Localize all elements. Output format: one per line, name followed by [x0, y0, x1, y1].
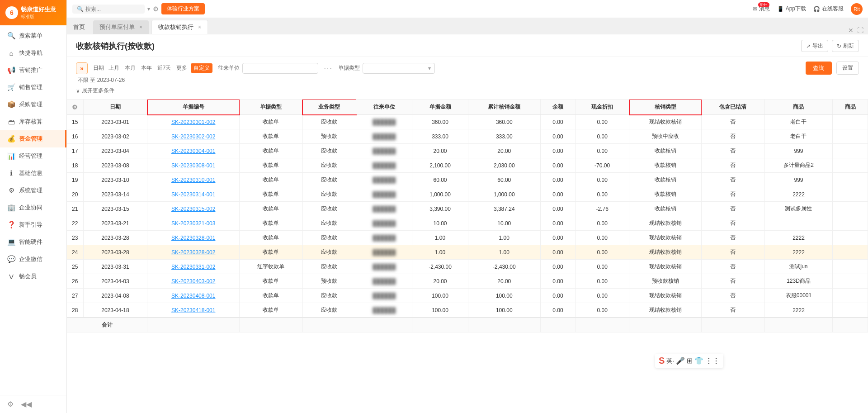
table-settings-icon[interactable]: ⚙	[72, 104, 78, 111]
cell-included: 否	[702, 173, 764, 187]
tab-prepay-close[interactable]: ×	[139, 24, 142, 30]
cell-doc-type: 收款单	[240, 289, 302, 303]
sidebar-item-search[interactable]: 🔍 搜索菜单	[0, 27, 66, 44]
cell-doc-type: 收款单	[240, 115, 302, 129]
sidebar-item-finance[interactable]: 💰 资金管理	[0, 130, 66, 147]
cell-discount: 0.00	[576, 289, 629, 303]
main-content: 🔍 ▾ ⚙ 体验行业方案 ✉ 消息 99+ 📱 App下载 🎧 在线客服 Rit	[67, 0, 868, 413]
doc-no-link[interactable]: SK-20230310-001	[171, 177, 215, 183]
sidebar-item-hardware[interactable]: 💻 智能硬件	[0, 233, 66, 251]
tab-writeoff-close[interactable]: ×	[198, 24, 201, 30]
cell-writeoff-type: 现结收款核销	[629, 303, 702, 318]
cell-no: 23	[67, 231, 83, 245]
collapse-icon[interactable]: ◀◀	[21, 400, 32, 408]
tab-home[interactable]: 首页	[67, 20, 91, 34]
sidebar-item-marketing[interactable]: 📢 营销推广	[0, 62, 66, 79]
cell-date: 2023-03-01	[83, 115, 147, 129]
cell-balance: 0.00	[540, 274, 575, 289]
doc-no-link[interactable]: SK-20230304-001	[171, 148, 215, 154]
sidebar-item-guide[interactable]: ❓ 新手引导	[0, 216, 66, 233]
table-row: 28 2023-04-18 SK-20230418-001 收款单 应收款 ██…	[67, 303, 868, 318]
export-button[interactable]: ↗ 导出	[801, 40, 828, 52]
sidebar-item-corp[interactable]: 🏢 企业协同	[0, 199, 66, 216]
sidebar-item-wechat[interactable]: 💬 企业微信	[0, 251, 66, 268]
doc-no-link[interactable]: SK-20230418-001	[171, 307, 215, 313]
filter-collapse-btn[interactable]: »	[76, 62, 88, 74]
cell-included: 否	[702, 260, 764, 274]
search-box[interactable]: 🔍	[72, 5, 145, 14]
this-month-btn[interactable]: 本月	[123, 63, 137, 73]
sidebar-item-member[interactable]: V 畅会员	[0, 268, 66, 285]
search-input[interactable]	[85, 6, 140, 12]
custom-date-btn[interactable]: 自定义	[191, 63, 212, 73]
doc-no-link[interactable]: SK-20230328-002	[171, 249, 215, 256]
more-date-btn[interactable]: 更多	[175, 63, 189, 73]
footer-written-off	[468, 318, 540, 332]
doc-type-select[interactable]: ▾	[363, 63, 435, 74]
expand-tabs-icon[interactable]: ⛶	[857, 27, 863, 34]
cell-product2	[833, 245, 868, 260]
solution-button[interactable]: 体验行业方案	[161, 3, 205, 14]
partner-input[interactable]	[242, 63, 318, 74]
query-button[interactable]: 查询	[806, 62, 832, 75]
table-header-row: ⚙ 日期 单据编号 单据类型 业务类型 往来单位 单据金额 累计核销金额 余额 …	[67, 100, 868, 115]
cell-biz-type: 预收款	[302, 274, 356, 289]
shortcut-icon: ⌂	[7, 49, 15, 57]
cell-doc-no: SK-20230310-001	[147, 173, 240, 187]
cell-written-off: 20.00	[468, 144, 540, 158]
dropdown-icon[interactable]: ▾	[147, 6, 150, 12]
doc-no-link[interactable]: SK-20230315-002	[171, 206, 215, 212]
table-row: 26 2023-04-03 SK-20230403-002 收款单 预收款 ██…	[67, 274, 868, 289]
app-download-button[interactable]: 📱 App下载	[777, 5, 806, 13]
doc-no-link[interactable]: SK-20230301-002	[171, 119, 215, 125]
doc-no-link[interactable]: SK-20230314-001	[171, 191, 215, 198]
footer-doc-type	[240, 318, 302, 332]
doc-no-link[interactable]: SK-20230308-001	[171, 162, 215, 169]
tab-writeoff[interactable]: 收款核销执行 ×	[151, 20, 208, 34]
user-avatar[interactable]: Rit	[851, 3, 863, 15]
partner-blurred: ██████	[373, 278, 396, 285]
doc-no-link[interactable]: SK-20230328-001	[171, 235, 215, 241]
tab-prepay[interactable]: 预付单应付单 ×	[93, 20, 149, 34]
sidebar-nav: 🔍 搜索菜单 ⌂ 快捷导航 📢 营销推广 🛒 销售管理 📦 采购管理 🗃 库存核…	[0, 25, 66, 395]
topbar-left: 🔍 ▾ ⚙ 体验行业方案	[72, 3, 749, 14]
filter-setting-button[interactable]: 设置	[836, 62, 859, 75]
filter-row: » 日期 上月 本月 本年 近7天 更多 自定义 往来单位 ··· 单据类型	[76, 62, 859, 75]
settings-icon[interactable]: ⚙	[7, 400, 14, 408]
doc-no-link[interactable]: SK-20230302-002	[171, 133, 215, 140]
cell-balance: 0.00	[540, 129, 575, 144]
cell-discount: 0.00	[576, 303, 629, 318]
footer-product1	[764, 318, 833, 332]
message-button[interactable]: ✉ 消息 99+	[753, 5, 770, 13]
sidebar-item-inventory[interactable]: 🗃 库存核算	[0, 113, 66, 130]
footer-included	[702, 318, 764, 332]
last-month-btn[interactable]: 上月	[107, 63, 121, 73]
col-settings: ⚙	[67, 100, 83, 115]
cell-balance: 0.00	[540, 303, 575, 318]
sidebar-item-system[interactable]: ⚙ 系统管理	[0, 182, 66, 199]
sidebar-item-shortcut[interactable]: ⌂ 快捷导航	[0, 44, 66, 62]
more-filters-dots[interactable]: ···	[324, 64, 332, 72]
doc-no-link[interactable]: SK-20230331-002	[171, 264, 215, 270]
cell-discount: 0.00	[576, 115, 629, 129]
refresh-button[interactable]: ↻ 刷新	[832, 40, 859, 52]
expand-conditions-btn[interactable]: ∨ 展开更多条件	[76, 87, 859, 95]
table-row: 15 2023-03-01 SK-20230301-002 收款单 应收款 ██…	[67, 115, 868, 129]
cell-doc-type: 收款单	[240, 274, 302, 289]
sidebar-item-purchase[interactable]: 📦 采购管理	[0, 96, 66, 113]
cell-writeoff-type: 现结收款核销	[629, 260, 702, 274]
online-service-button[interactable]: 🎧 在线客服	[813, 5, 844, 13]
doc-no-link[interactable]: SK-20230408-001	[171, 293, 215, 299]
partner-blurred: ██████	[373, 177, 396, 183]
cell-product1: 2222	[764, 187, 833, 202]
gear-icon[interactable]: ⚙	[153, 5, 159, 13]
sidebar-item-sales[interactable]: 🛒 销售管理	[0, 79, 66, 96]
doc-no-link[interactable]: SK-20230321-003	[171, 220, 215, 227]
this-year-btn[interactable]: 本年	[139, 63, 154, 73]
doc-no-link[interactable]: SK-20230403-002	[171, 278, 215, 285]
cell-doc-no: SK-20230408-001	[147, 289, 240, 303]
close-all-icon[interactable]: ✕	[848, 27, 854, 34]
sidebar-item-basic[interactable]: ℹ 基础信息	[0, 165, 66, 182]
sidebar-item-operations[interactable]: 📊 经营管理	[0, 147, 66, 165]
7days-btn[interactable]: 近7天	[156, 63, 173, 73]
